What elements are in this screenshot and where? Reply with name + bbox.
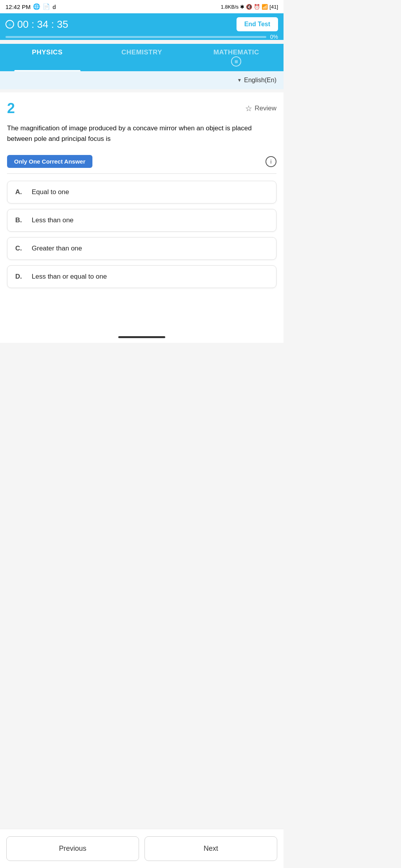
progress-bar-background	[5, 36, 266, 38]
signal-icon: 📶	[262, 4, 268, 10]
battery-icon: [41]	[269, 4, 278, 10]
chevron-down-icon: ▼	[237, 77, 242, 83]
d-indicator: d	[52, 4, 56, 10]
end-test-button[interactable]: End Test	[237, 17, 278, 31]
tab-chemistry-label: CHEMISTRY	[121, 49, 162, 56]
grid-icon: ⊞	[231, 56, 241, 67]
options-list: A. Equal to one B. Less than one C. Grea…	[7, 181, 276, 300]
language-selector[interactable]: ▼ English(En)	[237, 77, 276, 84]
spacer	[7, 300, 276, 323]
option-b-label: B.	[15, 216, 25, 224]
tab-physics[interactable]: PHYSICS	[0, 44, 94, 71]
option-b[interactable]: B. Less than one	[7, 209, 276, 232]
language-label: English(En)	[244, 77, 276, 84]
subject-tabs: PHYSICS CHEMISTRY MATHEMATIC ⊞	[0, 44, 284, 71]
tab-physics-label: PHYSICS	[32, 49, 63, 56]
network-speed: 1.8KB/s	[221, 4, 239, 10]
option-d[interactable]: D. Less than or equal to one	[7, 265, 276, 288]
option-c-label: C.	[15, 245, 25, 252]
option-c-text: Greater than one	[32, 245, 82, 252]
bluetooth-icon: ✱	[240, 4, 244, 10]
mute-icon: 🔇	[246, 4, 252, 10]
home-bar	[118, 336, 165, 338]
tab-mathematics[interactable]: MATHEMATIC ⊞	[189, 44, 284, 71]
option-a-label: A.	[15, 188, 25, 196]
tab-chemistry[interactable]: CHEMISTRY	[94, 44, 189, 71]
question-area: 2 ☆ Review The magnification of image pr…	[0, 92, 284, 331]
option-c[interactable]: C. Greater than one	[7, 237, 276, 260]
timer-row: ○ 00 : 34 : 35 End Test	[5, 17, 278, 31]
option-b-text: Less than one	[32, 216, 74, 224]
status-left: 12:42 PM 🌐 📄 d	[5, 3, 56, 10]
time-display: 12:42 PM	[5, 4, 31, 10]
review-label: Review	[255, 104, 276, 112]
progress-percent: 0%	[270, 34, 278, 40]
status-right: 1.8KB/s ✱ 🔇 ⏰ 📶 [41]	[221, 4, 278, 10]
timer-value: 00 : 34 : 35	[17, 18, 68, 31]
doc-icon: 📄	[43, 3, 50, 10]
timer-circle-icon: ○	[5, 20, 14, 29]
bottom-navigation: Previous Next	[0, 829, 284, 868]
globe-icon: 🌐	[33, 3, 40, 10]
info-icon[interactable]: i	[266, 156, 276, 167]
previous-button[interactable]: Previous	[6, 836, 139, 861]
review-button[interactable]: ☆ Review	[245, 104, 276, 113]
question-text: The magnification of image produced by a…	[7, 123, 276, 144]
tab-mathematics-label: MATHEMATIC	[213, 49, 259, 56]
next-button[interactable]: Next	[145, 836, 277, 861]
progress-row: 0%	[5, 34, 278, 40]
question-header: 2 ☆ Review	[7, 100, 276, 117]
timer-display: ○ 00 : 34 : 35	[5, 18, 68, 31]
info-symbol: i	[270, 158, 271, 165]
answer-type-badge: Only One Correct Answer	[7, 155, 92, 168]
option-d-text: Less than or equal to one	[32, 273, 107, 281]
status-bar: 12:42 PM 🌐 📄 d 1.8KB/s ✱ 🔇 ⏰ 📶 [41]	[0, 0, 284, 13]
option-d-label: D.	[15, 273, 25, 281]
divider	[7, 173, 276, 174]
option-a-text: Equal to one	[32, 188, 69, 196]
star-icon: ☆	[245, 104, 252, 113]
alarm-icon: ⏰	[254, 4, 260, 10]
top-header: ○ 00 : 34 : 35 End Test 0%	[0, 13, 284, 40]
option-a[interactable]: A. Equal to one	[7, 181, 276, 203]
question-number: 2	[7, 100, 15, 117]
language-bar: ▼ English(En)	[0, 71, 284, 89]
answer-type-row: Only One Correct Answer i	[7, 155, 276, 168]
home-indicator	[0, 331, 284, 343]
